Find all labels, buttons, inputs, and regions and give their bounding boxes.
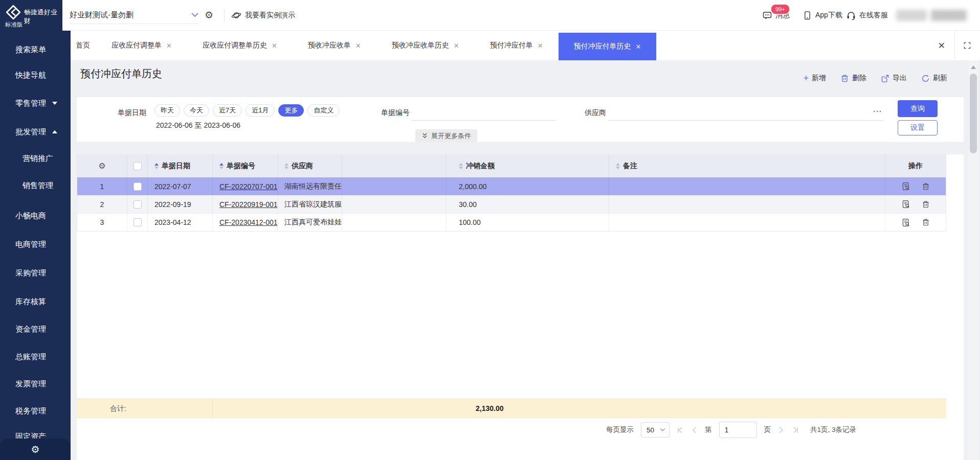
prev-page-button[interactable] [692,426,698,434]
tab-home[interactable]: 首页 [71,31,96,60]
close-tab-icon[interactable]: ✕ [454,42,459,50]
refresh-label: 刷新 [933,74,947,83]
doc-no-input[interactable] [412,105,556,121]
trash-icon [840,74,849,83]
row-checkbox[interactable] [133,200,142,209]
demo-link[interactable]: 我要看实例演示 [231,0,295,31]
vertical-scrollbar[interactable] [969,60,978,460]
sidebar-item-invoice[interactable]: 发票管理 [0,378,71,389]
sort-icon[interactable] [284,163,288,169]
sidebar-item-retail[interactable]: 零售管理 [0,98,71,109]
sidebar-item-inventory[interactable]: 库存核算 [0,296,71,307]
page-suffix: 页 [764,425,771,434]
close-all-tabs-icon[interactable]: ✕ [929,31,954,60]
sort-icon[interactable] [616,163,620,169]
close-tab-icon[interactable]: ✕ [272,42,277,50]
header-doc-date[interactable]: 单据日期 [148,154,213,177]
tab-prepayment-offset-history-active[interactable]: 预付冲应付单历史✕ [559,33,657,60]
date-range-value[interactable]: 2022-06-06 至 2023-06-06 [156,121,240,130]
pill-last7days[interactable]: 近7天 [213,104,242,117]
header-note[interactable]: 备注 [609,154,885,177]
delete-row-icon[interactable] [922,200,930,209]
app-download-button[interactable]: App下载 [803,0,842,31]
view-detail-icon[interactable] [902,200,910,209]
header-supplier[interactable]: 供应商 [278,154,342,177]
header-action: 操作 [885,154,946,177]
user-account-redacted[interactable] [896,7,973,24]
pill-today[interactable]: 今天 [184,104,209,117]
sidebar-item-search-menu[interactable]: 搜索菜单 [0,44,71,55]
doc-no-link[interactable]: CF-20230412-001 [219,218,278,226]
table-row[interactable]: 2 2022-09-19 CF-20220919-001 江西省琼汉建筑服务..… [77,195,946,213]
row-checkbox[interactable] [133,218,142,226]
supplier-input[interactable]: ... [609,105,883,121]
scrollbar-thumb[interactable] [970,74,977,153]
online-service-button[interactable]: 在线客服 [846,0,888,31]
tab-advance-receipt-offset-history[interactable]: 预收冲应收单历史✕ [376,31,475,60]
pill-yesterday[interactable]: 昨天 [154,104,180,117]
scroll-up-arrow-icon[interactable] [971,65,976,69]
export-button[interactable]: 导出 [881,74,907,83]
delete-row-icon[interactable] [922,218,930,226]
settings-button[interactable]: 设置 [898,120,938,135]
sort-icon[interactable] [459,163,463,169]
table-row[interactable]: 3 2023-04-12 CF-20230412-001 江西真可爱布娃娃有..… [77,213,946,231]
close-tab-icon[interactable]: ✕ [636,43,641,51]
tab-advance-receipt-offset[interactable]: 预收冲应收单✕ [293,31,376,60]
close-tab-icon[interactable]: ✕ [355,42,361,50]
settings-gear-icon[interactable]: ⚙ [31,444,39,455]
delete-row-icon[interactable] [922,182,930,191]
view-detail-icon[interactable] [902,182,910,191]
add-button[interactable]: + 新增 [803,74,826,83]
sidebar-item-marketing[interactable]: 营销推广 [0,153,71,164]
sidebar-item-quick-nav[interactable]: 快捷导航 [0,70,71,81]
row-checkbox[interactable] [133,182,142,191]
sidebar-item-purchase[interactable]: 采购管理 [0,267,71,279]
sidebar-item-ecommerce[interactable]: 电商管理 [0,239,71,250]
pill-custom[interactable]: 自定义 [307,104,340,117]
doc-no-link[interactable]: CF-20220919-001 [219,200,278,209]
sidebar-item-wholesale[interactable]: 批发管理 [0,126,71,137]
sidebar-item-label: 批发管理 [15,127,46,137]
delete-button[interactable]: 删除 [840,74,866,83]
per-page-select[interactable]: 50 [641,422,670,438]
last-page-button[interactable] [791,426,799,434]
chevron-up-icon[interactable] [52,130,57,133]
sidebar-item-label: 电商管理 [15,240,46,249]
expand-more-conditions-button[interactable]: 展开更多条件 [415,129,477,142]
close-tab-icon[interactable]: ✕ [166,42,172,50]
fullscreen-icon[interactable] [954,31,980,60]
supplier-picker-ellipsis[interactable]: ... [873,105,882,113]
account-dropdown[interactable]: 好业财测试-量勿删 [70,7,198,24]
doc-no-link[interactable]: CF-20220707-001 [219,182,278,191]
doc-no-label: 单据编号 [381,108,410,118]
sidebar-item-sales[interactable]: 销售管理 [0,180,71,191]
sidebar-item-funds[interactable]: 资金管理 [0,324,71,335]
next-page-button[interactable] [778,426,784,434]
first-page-button[interactable] [677,426,684,434]
sidebar-item-general-ledger[interactable]: 总账管理 [0,351,71,362]
sidebar-item-tax[interactable]: 税务管理 [0,405,71,417]
sidebar-item-xiaochang-ecommerce[interactable]: 小畅电商 [0,210,71,221]
refresh-button[interactable]: 刷新 [921,74,947,83]
search-button[interactable]: 查询 [898,100,938,117]
tab-prepayment-offset[interactable]: 预付冲应付单✕ [475,31,559,60]
header-doc-no[interactable]: 单据编号 [213,154,278,177]
table-row-selected[interactable]: 1 2022-07-07 CF-20220707-001 湖南恒远有限责任公司 … [77,177,946,195]
tab-ar-ap-adjust[interactable]: 应收应付调整单✕ [96,31,187,60]
tab-ar-ap-adjust-history[interactable]: 应收应付调整单历史✕ [187,31,293,60]
page-number-input[interactable] [719,422,757,438]
sort-icon[interactable] [154,163,159,169]
chevron-down-icon[interactable] [52,102,57,105]
note-cell [609,177,885,195]
sort-icon[interactable] [219,163,224,169]
view-detail-icon[interactable] [902,218,910,227]
select-all-checkbox[interactable] [133,162,142,170]
column-settings-gear-icon[interactable]: ⚙ [98,161,105,171]
header-amount[interactable]: 冲销金额 [447,154,609,177]
sidebar-item-label: 发票管理 [15,379,46,389]
gear-icon[interactable]: ⚙ [205,9,213,20]
pill-more-active[interactable]: 更多 [278,104,304,117]
close-tab-icon[interactable]: ✕ [538,42,543,50]
pill-last1month[interactable]: 近1月 [246,104,275,117]
